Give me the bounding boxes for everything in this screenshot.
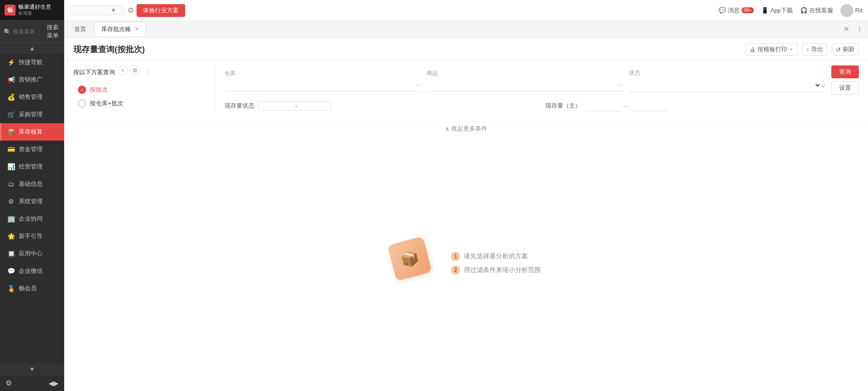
empty-state: 📦 1 请先选择要分析的方案 2 用过滤条件来缩小分析范围 [64,136,868,391]
plan-active-dot: ✓ [78,86,86,94]
sidebar-item-sales[interactable]: 💰 销售管理 [0,88,64,106]
filter-panel: 按以下方案查询 + ⚙ 《 ✓ 按批次 [64,60,868,136]
print-btn[interactable]: 🖨 按模板打印 ▼ [746,43,798,56]
panel-close-btn[interactable]: ✕ [840,23,853,35]
sidebar-item-enterprise[interactable]: 🏢 企业协同 [0,210,64,228]
app-download-label: App下载 [770,6,793,15]
inventory-status-select[interactable]: ∨ [258,101,331,111]
search-input[interactable] [13,28,45,35]
print-icon: 🖨 [750,46,756,53]
system-icon: ⚙ [7,197,15,206]
plan-warehouse-batch-label: 按仓库+批次 [90,99,123,108]
product-filter: 商品 ··· [427,70,623,92]
sidebar-item-system[interactable]: ⚙ 系统管理 [0,193,64,210]
wechat-label: 企业微信 [19,267,43,275]
settings-icon[interactable]: ⚙ [5,379,12,387]
topbar-dropdown-icon[interactable]: ▼ [110,7,116,14]
tab-close-btn[interactable]: ✕ [135,26,139,32]
warehouse-input[interactable] [225,82,413,89]
sidebar-item-basic[interactable]: 🗂 基础信息 [0,175,64,193]
nav-list: ⚡ 快捷导航 📢 营销推广 💰 销售管理 🛒 采购管理 📦 库存核算 💳 资金管… [0,54,64,364]
status-select[interactable] [629,81,821,90]
sidebar-item-purchase[interactable]: 🛒 采购管理 [0,106,64,123]
plan-section-title: 按以下方案查询 [73,68,115,76]
app-download-btn[interactable]: 📱 App下载 [761,6,793,15]
enterprise-icon: 🏢 [7,215,15,223]
inventory-qty-filter: 现存量（主） — [545,100,859,111]
refresh-label: 刷新 [843,45,855,54]
message-badge: 99+ [742,7,754,13]
scroll-up-btn[interactable]: ▲ [0,43,64,54]
print-dropdown-icon[interactable]: ▼ [789,47,794,52]
user-avatar-btn[interactable]: Rit [841,4,863,17]
sidebar-item-finance[interactable]: 💳 资金管理 [0,141,64,158]
plan-item-batch[interactable]: ✓ 按批次 [73,83,208,97]
tabbar: 首页 库存批次账 ✕ ✕ ⟩ [64,21,868,38]
refresh-btn[interactable]: ↺ 刷新 [832,43,859,56]
quicknav-icon: ⚡ [7,58,15,66]
operations-icon: 📊 [7,163,15,171]
plan-item-warehouse-batch[interactable]: ○ 按仓库+批次 [73,97,208,110]
tab-home-label: 首页 [74,25,86,33]
sidebar-item-quicknav[interactable]: ⚡ 快捷导航 [0,54,64,71]
inventory-status-filter: 现存量状态 ∨ [225,101,538,111]
topbar-search-wrap[interactable]: ▼ [70,5,125,15]
collapse-more-btn[interactable]: ∧ 收起更多条件 [64,121,868,136]
sidebar-item-inventory[interactable]: 📦 库存核算 [0,123,64,141]
tab-inventory-batch-label: 库存批次账 [101,25,131,33]
enterprise-label: 企业协同 [19,215,43,223]
settings-btn[interactable]: 设置 [831,81,859,95]
online-support-btn[interactable]: 🎧 在线客服 [800,6,833,15]
sales-label: 销售管理 [19,93,43,101]
sidebar-item-wechat[interactable]: 💬 企业微信 [0,262,64,280]
sidebar-search-bar[interactable]: 🔍 搜索菜单 [0,21,64,43]
status-label: 状态 [629,69,826,77]
product-input[interactable] [427,82,615,89]
status-filter: 状态 ∨ [629,69,826,92]
scroll-down-btn[interactable]: ▼ [0,364,64,375]
step2-text: 用过滤条件来缩小分析范围 [464,266,541,274]
tab-home[interactable]: 首页 [68,22,93,36]
sales-icon: 💰 [7,93,15,101]
sidebar-item-marketing[interactable]: 📢 营销推广 [0,71,64,88]
messages-btn[interactable]: 💬 消息 99+ [719,6,754,15]
query-btn[interactable]: 查询 [831,65,859,78]
inventory-qty-max[interactable] [631,100,668,111]
gear-icon: ⚙ [132,67,137,74]
empty-step2: 2 用过滤条件来缩小分析范围 [451,266,541,275]
warehouse-dots-btn[interactable]: ··· [415,81,421,89]
marketing-icon: 📢 [7,76,15,84]
sidebar-item-newguide[interactable]: 🌟 新手引导 [0,228,64,245]
member-label: 畅会员 [19,284,37,293]
purchase-label: 采购管理 [19,110,43,119]
add-plan-btn[interactable]: + [118,65,128,76]
industry-solution-btn[interactable]: 体验行业方案 [137,4,185,17]
sidebar-item-operations[interactable]: 📊 经营管理 [0,158,64,175]
topbar-settings-icon[interactable]: ⚙ [127,6,134,15]
sidebar-header: 畅 畅康通好生意 标准版 [0,0,64,21]
sidebar-item-appcenter[interactable]: 🔲 应用中心 [0,245,64,262]
filter-main: 按以下方案查询 + ⚙ 《 ✓ 按批次 [64,60,868,121]
panel-expand-btn[interactable]: ⟩ [855,24,864,34]
inventory-qty-min[interactable] [585,100,621,111]
plan-settings-btn[interactable]: ⚙ [130,65,140,76]
tab-inventory-batch[interactable]: 库存批次账 ✕ [94,22,146,37]
topbar: ▼ ⚙ 体验行业方案 💬 消息 99+ 📱 App下载 🎧 在线客服 Rit [64,0,868,21]
messages-label: 消息 [728,6,740,15]
system-label: 系统管理 [19,197,43,206]
refresh-icon: ↺ [836,46,841,53]
empty-step1: 1 请先选择要分析的方案 [451,252,541,261]
inventory-status-label: 现存量状态 [225,102,254,110]
company-name: 畅康通好生意 [18,4,51,10]
product-dots-btn[interactable]: ··· [617,81,623,89]
export-btn[interactable]: ↑ 导出 [802,43,828,56]
operations-label: 经营管理 [19,163,43,171]
page-title: 现存量查询(按批次) [73,44,145,55]
collapse-sidebar-btn[interactable]: ◀▶ [49,380,59,387]
sidebar-item-member[interactable]: 🏅 畅会员 [0,280,64,297]
topbar-search-input[interactable] [74,7,110,14]
export-icon: ↑ [807,46,810,53]
plan-batch-label: 按批次 [90,86,108,94]
plan-collapse-btn[interactable]: 《 [143,68,152,77]
plan-inactive-dot: ○ [78,99,86,108]
